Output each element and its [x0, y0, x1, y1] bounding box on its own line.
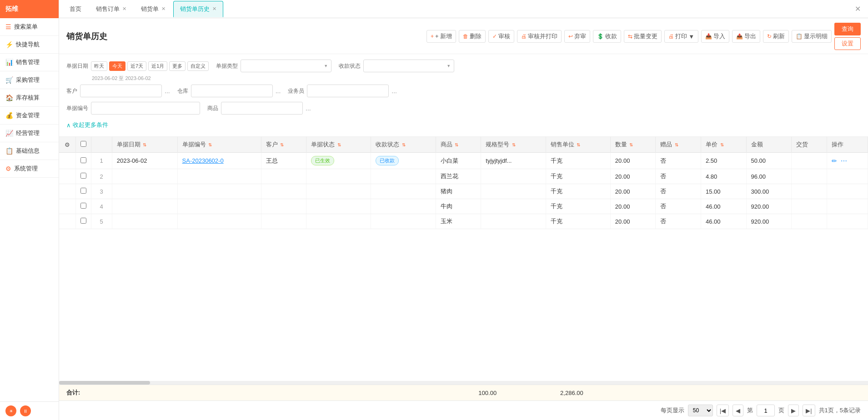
- export-button[interactable]: 📤 导出: [732, 30, 760, 43]
- scrollbar-thumb[interactable]: [59, 381, 150, 385]
- sidebar-item-sales-mgmt[interactable]: 📊 销售管理: [0, 54, 59, 71]
- row-number: 2: [91, 169, 112, 184]
- first-page-btn[interactable]: |◀: [717, 405, 729, 416]
- purchase-mgmt-icon: 🛒: [5, 76, 13, 84]
- doc-type-select[interactable]: [241, 60, 331, 72]
- collapse-button[interactable]: ∧ 收起更多条件: [66, 119, 861, 131]
- goods-label: 商品: [207, 105, 218, 112]
- row-transaction: [792, 214, 827, 229]
- row-actions: [827, 184, 868, 199]
- salesperson-input[interactable]: [307, 85, 389, 97]
- date-quick-7days[interactable]: 近7天: [127, 61, 146, 71]
- row-checkbox[interactable]: [80, 173, 86, 179]
- row-doc-no: [177, 184, 261, 199]
- row-unit: 千克: [546, 214, 610, 229]
- sidebar-toggle-btn[interactable]: ☀: [5, 405, 16, 416]
- query-button[interactable]: 查询: [834, 23, 861, 35]
- tab-sales-delivery-history-close[interactable]: ✕: [212, 6, 216, 12]
- date-quick-more[interactable]: 更多: [169, 61, 186, 71]
- th-unit-price[interactable]: 单价 ⇅: [701, 137, 746, 153]
- row-doc-date: [112, 184, 177, 199]
- date-quick-custom[interactable]: 自定义: [187, 61, 209, 71]
- date-quick-yesterday[interactable]: 昨天: [91, 61, 107, 71]
- th-spec[interactable]: 规格型号 ⇅: [481, 137, 546, 153]
- doc-no-input[interactable]: [91, 102, 200, 115]
- audit-button[interactable]: ✓ 审核: [488, 30, 514, 43]
- th-doc-status[interactable]: 单据状态 ⇅: [306, 137, 371, 153]
- action-more-btn[interactable]: ⋯: [841, 157, 847, 165]
- prev-page-btn[interactable]: ◀: [733, 405, 743, 416]
- row-checkbox[interactable]: [80, 203, 86, 209]
- row-doc-status: [306, 169, 371, 184]
- goods-input[interactable]: [221, 102, 303, 115]
- delete-button[interactable]: 🗑 删除: [459, 30, 486, 43]
- row-checkbox[interactable]: [80, 157, 86, 163]
- refresh-button[interactable]: ↻ 刷新: [763, 30, 789, 43]
- sidebar-item-funds-mgmt[interactable]: 💰 资金管理: [0, 107, 59, 125]
- date-range-text: 2023-06-02 至 2023-06-02: [92, 75, 151, 82]
- sidebar-item-quick-nav[interactable]: ⚡ 快捷导航: [0, 36, 59, 54]
- page-number-input[interactable]: [757, 405, 775, 416]
- settings-button[interactable]: 设置: [834, 37, 861, 50]
- import-button[interactable]: 📥 导入: [701, 30, 729, 43]
- th-collect-status[interactable]: 收款状态 ⇅: [371, 137, 436, 153]
- customer-picker-btn[interactable]: ...: [165, 87, 170, 95]
- sidebar-item-ops-mgmt[interactable]: 📈 经营管理: [0, 125, 59, 142]
- sidebar-item-label: 基础信息: [16, 147, 40, 155]
- goods-picker-btn[interactable]: ...: [306, 105, 311, 112]
- th-quantity[interactable]: 数量 ⇅: [610, 137, 656, 153]
- select-all-checkbox[interactable]: [80, 141, 86, 147]
- th-customer[interactable]: 客户 ⇅: [261, 137, 306, 153]
- show-detail-button[interactable]: 📋 显示明细: [792, 30, 832, 43]
- row-checkbox[interactable]: [80, 218, 86, 224]
- table-row: 5玉米千克20.00否46.00920.00: [59, 214, 868, 229]
- per-page-select[interactable]: 50 100 200: [688, 405, 713, 416]
- th-doc-no[interactable]: 单据编号 ⇅: [177, 137, 261, 153]
- action-edit-btn[interactable]: ✏: [832, 157, 837, 165]
- row-doc-date: 2023-06-02: [112, 153, 177, 169]
- row-quantity: 20.00: [610, 214, 656, 229]
- customer-input[interactable]: [80, 85, 162, 97]
- show-detail-icon: 📋: [796, 33, 803, 40]
- audit-print-button[interactable]: 🖨 审核并打印: [517, 30, 562, 43]
- tab-sales-delivery-close[interactable]: ✕: [161, 6, 166, 12]
- print-button[interactable]: 🖨 打印 ▼: [664, 30, 698, 43]
- sidebar-item-label: 采购管理: [16, 76, 40, 84]
- row-collect-status: 已收款: [371, 153, 436, 169]
- window-close-btn[interactable]: ✕: [851, 3, 864, 15]
- row-amount: 300.00: [746, 184, 792, 199]
- warehouse-picker-btn[interactable]: ...: [276, 87, 281, 95]
- th-gear[interactable]: ⚙: [59, 137, 75, 153]
- next-page-btn[interactable]: ▶: [788, 405, 799, 416]
- tab-sales-delivery-history[interactable]: 销货单历史 ✕: [173, 1, 223, 17]
- tab-home[interactable]: 首页: [63, 1, 88, 17]
- th-unit[interactable]: 销售单位 ⇅: [546, 137, 610, 153]
- tab-sales-order-close[interactable]: ✕: [122, 6, 126, 12]
- sidebar-pause-btn[interactable]: ⏸: [20, 405, 31, 416]
- batch-change-button[interactable]: ⇆ 批量变更: [624, 30, 662, 43]
- collect-button[interactable]: 💲 收款: [593, 30, 621, 43]
- salesperson-picker-btn[interactable]: ...: [391, 87, 397, 95]
- th-doc-date[interactable]: 单据日期 ⇅: [112, 137, 177, 153]
- abandon-button[interactable]: ↩ 弃审: [564, 30, 590, 43]
- doc-no-link[interactable]: SA-20230602-0: [182, 157, 224, 164]
- sidebar-item-inventory[interactable]: 🏠 库存核算: [0, 89, 59, 107]
- th-gift[interactable]: 赠品 ⇅: [656, 137, 701, 153]
- th-goods[interactable]: 商品 ⇅: [436, 137, 481, 153]
- horizontal-scrollbar[interactable]: [59, 381, 868, 385]
- new-button[interactable]: + + 新增: [426, 30, 456, 43]
- warehouse-input[interactable]: [191, 85, 273, 97]
- sidebar-item-sys-mgmt[interactable]: ⚙ 系统管理: [0, 160, 59, 178]
- row-checkbox[interactable]: [80, 188, 86, 194]
- last-page-btn[interactable]: ▶|: [803, 405, 815, 416]
- sidebar-item-label: 快捷导航: [16, 40, 40, 49]
- sidebar-item-search-menu[interactable]: ☰ 搜索菜单: [0, 18, 59, 36]
- sidebar-item-basic-info[interactable]: 📋 基础信息: [0, 142, 59, 160]
- date-quick-today[interactable]: 今天: [109, 61, 125, 71]
- collect-status-select[interactable]: [363, 60, 454, 72]
- date-quick-1month[interactable]: 近1月: [148, 61, 167, 71]
- sidebar-item-purchase-mgmt[interactable]: 🛒 采购管理: [0, 71, 59, 89]
- page-title: 销货单历史: [66, 31, 107, 42]
- tab-sales-order[interactable]: 销售订单 ✕: [89, 1, 133, 17]
- tab-sales-delivery[interactable]: 销货单 ✕: [134, 1, 172, 17]
